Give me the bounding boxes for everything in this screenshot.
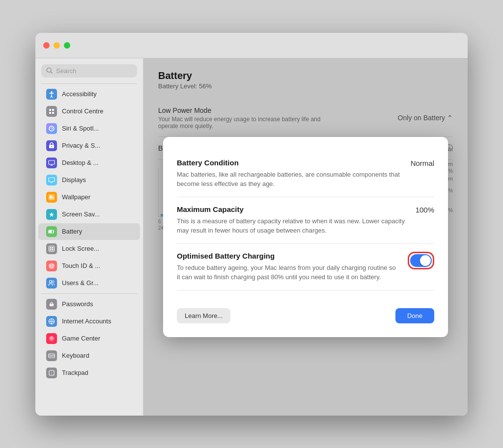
sidebar-label-internet: Internet Accounts bbox=[62, 317, 111, 325]
learn-more-button[interactable]: Learn More... bbox=[177, 308, 230, 323]
close-button[interactable] bbox=[43, 42, 50, 49]
sidebar-label-privacy: Privacy & S... bbox=[62, 142, 100, 149]
modal-row-condition: Battery Condition Mac batteries, like al… bbox=[177, 158, 434, 189]
modal-optimised-left: Optimised Battery Charging To reduce bat… bbox=[177, 252, 400, 282]
sidebar-item-desktop[interactable]: Desktop & ... bbox=[38, 155, 140, 171]
sidebar: Search Accessibility Control Centre bbox=[35, 58, 143, 416]
sidebar-item-trackpad[interactable]: Trackpad bbox=[38, 365, 140, 381]
sidebar-item-users[interactable]: Users & Gr... bbox=[38, 275, 140, 291]
sidebar-item-passwords[interactable]: Passwords bbox=[38, 296, 140, 313]
minimize-button[interactable] bbox=[54, 42, 60, 49]
svg-point-31 bbox=[52, 338, 53, 339]
sidebar-label-siri: Siri & Spotl... bbox=[62, 125, 99, 132]
lockscreen-icon bbox=[46, 243, 57, 254]
wallpaper-icon bbox=[46, 192, 57, 203]
modal-row-optimised: Optimised Battery Charging To reduce bat… bbox=[177, 252, 434, 282]
maximize-button[interactable] bbox=[64, 42, 70, 49]
optimised-title: Optimised Battery Charging bbox=[177, 252, 400, 260]
sidebar-item-control-centre[interactable]: Control Centre bbox=[38, 103, 140, 120]
sidebar-label-battery: Battery bbox=[62, 228, 82, 235]
optimised-desc: To reduce battery ageing, your Mac learn… bbox=[177, 263, 400, 282]
optimised-toggle-border bbox=[408, 252, 434, 269]
modal-overlay: Battery Condition Mac batteries, like al… bbox=[143, 58, 468, 416]
sidebar-label-touchid: Touch ID & ... bbox=[62, 262, 100, 269]
battery-icon bbox=[46, 226, 57, 237]
passwords-icon bbox=[46, 299, 57, 310]
sidebar-label-keyboard: Keyboard bbox=[62, 352, 89, 359]
sidebar-item-accessibility[interactable]: Accessibility bbox=[38, 86, 140, 103]
desktop-icon bbox=[46, 158, 57, 168]
sidebar-label-accessibility: Accessibility bbox=[62, 90, 97, 98]
users-icon bbox=[46, 278, 57, 289]
modal-condition-left: Battery Condition Mac batteries, like al… bbox=[177, 158, 403, 189]
touchid-icon bbox=[46, 261, 57, 271]
search-bar[interactable]: Search bbox=[41, 64, 137, 78]
system-preferences-window: Search Accessibility Control Centre bbox=[35, 33, 468, 416]
sidebar-item-touchid[interactable]: Touch ID & ... bbox=[38, 258, 140, 274]
svg-rect-10 bbox=[49, 160, 55, 164]
sidebar-item-battery[interactable]: Battery bbox=[38, 223, 140, 240]
capacity-value: 100% bbox=[416, 205, 434, 214]
svg-rect-5 bbox=[49, 112, 51, 114]
svg-rect-18 bbox=[52, 247, 54, 248]
sidebar-item-screensaver[interactable]: Screen Sav... bbox=[38, 206, 140, 223]
battery-health-modal: Battery Condition Mac batteries, like al… bbox=[163, 137, 448, 337]
sidebar-item-privacy[interactable]: Privacy & S... bbox=[38, 137, 140, 154]
svg-line-1 bbox=[51, 72, 52, 73]
window-body: Search Accessibility Control Centre bbox=[35, 58, 468, 416]
modal-footer: Learn More... Done bbox=[177, 300, 434, 323]
traffic-lights bbox=[43, 42, 70, 49]
done-button[interactable]: Done bbox=[395, 308, 434, 323]
search-icon bbox=[46, 67, 53, 74]
condition-desc: Mac batteries, like all rechargeable bat… bbox=[177, 170, 403, 189]
accessibility-icon bbox=[46, 89, 57, 100]
sidebar-item-gamecenter[interactable]: Game Center bbox=[38, 330, 140, 347]
gamecenter-icon bbox=[46, 333, 57, 344]
sidebar-label-trackpad: Trackpad bbox=[62, 369, 88, 376]
sidebar-label-control: Control Centre bbox=[62, 107, 104, 115]
svg-point-27 bbox=[51, 304, 52, 305]
modal-section-capacity: Maximum Capacity This is a measure of ba… bbox=[177, 197, 434, 244]
sidebar-item-internet[interactable]: Internet Accounts bbox=[38, 313, 140, 330]
modal-section-condition: Battery Condition Mac batteries, like al… bbox=[177, 151, 434, 197]
sidebar-item-keyboard[interactable]: Keyboard bbox=[38, 347, 140, 364]
sidebar-item-siri[interactable]: Siri & Spotl... bbox=[38, 120, 140, 137]
trackpad-icon bbox=[46, 368, 57, 378]
svg-rect-17 bbox=[50, 247, 52, 248]
svg-rect-34 bbox=[49, 354, 55, 358]
displays-icon bbox=[46, 175, 57, 185]
svg-point-33 bbox=[51, 339, 52, 340]
sidebar-label-users: Users & Gr... bbox=[62, 279, 98, 287]
capacity-title: Maximum Capacity bbox=[177, 205, 408, 213]
svg-point-24 bbox=[50, 280, 52, 283]
sidebar-label-lockscreen: Lock Scree... bbox=[62, 245, 99, 252]
condition-title: Battery Condition bbox=[177, 158, 403, 167]
modal-section-optimised: Optimised Battery Charging To reduce bat… bbox=[177, 244, 434, 290]
search-placeholder: Search bbox=[56, 67, 76, 75]
toggle-knob bbox=[420, 255, 431, 266]
privacy-icon bbox=[46, 140, 57, 151]
svg-point-23 bbox=[51, 265, 52, 266]
sidebar-label-displays: Displays bbox=[62, 176, 86, 184]
modal-row-capacity: Maximum Capacity This is a measure of ba… bbox=[177, 205, 434, 236]
svg-rect-16 bbox=[49, 246, 55, 251]
svg-rect-20 bbox=[52, 249, 54, 250]
optimised-battery-charging-toggle[interactable] bbox=[410, 254, 432, 267]
svg-point-25 bbox=[52, 281, 54, 283]
svg-point-9 bbox=[51, 146, 52, 147]
condition-value: Normal bbox=[411, 158, 434, 167]
svg-rect-3 bbox=[49, 109, 51, 111]
sidebar-item-displays[interactable]: Displays bbox=[38, 172, 140, 188]
svg-rect-19 bbox=[50, 249, 52, 250]
sidebar-divider bbox=[41, 83, 137, 84]
svg-rect-4 bbox=[52, 109, 54, 111]
svg-rect-11 bbox=[49, 178, 55, 182]
siri-icon bbox=[46, 123, 57, 134]
capacity-desc: This is a measure of battery capacity re… bbox=[177, 216, 408, 236]
sidebar-item-wallpaper[interactable]: Wallpaper bbox=[38, 189, 140, 206]
svg-point-13 bbox=[50, 195, 52, 197]
sidebar-item-lockscreen[interactable]: Lock Scree... bbox=[38, 240, 140, 257]
titlebar bbox=[35, 33, 468, 58]
sidebar-label-gamecenter: Game Center bbox=[62, 335, 100, 342]
optimised-toggle-wrapper bbox=[408, 252, 434, 269]
